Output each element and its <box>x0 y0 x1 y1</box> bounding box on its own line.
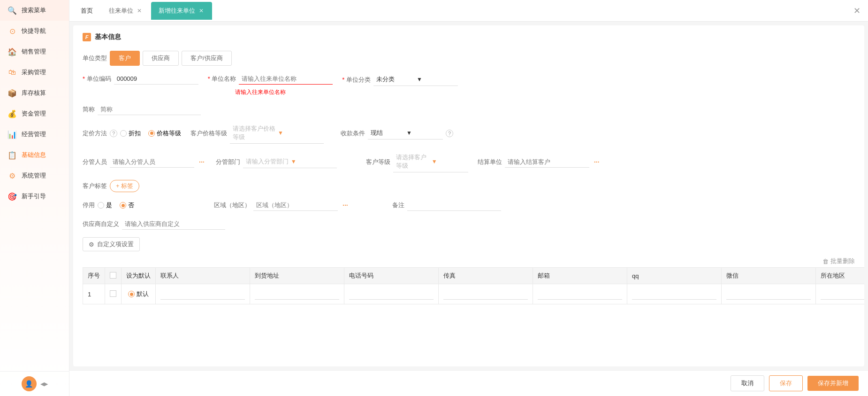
tab-partners-close[interactable]: ✕ <box>136 7 143 15</box>
cell-address[interactable] <box>250 284 344 304</box>
cell-contact[interactable] <box>156 284 250 304</box>
pricing-discount-label: 折扣 <box>129 129 141 138</box>
cell-phone[interactable] <box>344 284 439 304</box>
sidebar-expand: ◀▶ <box>40 381 48 387</box>
form-row-pricing: 定价方法 ? 折扣 价格等级 客户价格等级 请选择客户价格等级 <box>83 123 855 144</box>
cell-wechat[interactable] <box>722 284 816 304</box>
field-supplier-custom: 供应商自定义 <box>83 218 225 230</box>
window-close-button[interactable]: ✕ <box>850 4 864 18</box>
batch-delete-button[interactable]: 🗑 批量删除 <box>822 257 855 265</box>
manager-label: 分管人员 <box>83 158 107 166</box>
sidebar-item-label: 资金管理 <box>22 109 46 118</box>
tab-new-partner[interactable]: 新增往来单位 ✕ <box>151 2 212 20</box>
select-all-checkbox[interactable] <box>110 272 116 279</box>
customer-level-select[interactable]: 请选择客户等级 ▼ <box>393 151 468 172</box>
remark-input[interactable] <box>407 200 501 211</box>
sidebar-item-operations[interactable]: 📊 经营管理 <box>0 124 69 145</box>
add-tag-button[interactable]: + 标签 <box>110 180 139 192</box>
sidebar-item-finance[interactable]: 💰 资金管理 <box>0 103 69 124</box>
wechat-input[interactable] <box>726 288 811 300</box>
inventory-icon: 📦 <box>8 88 17 98</box>
region-ellipsis[interactable]: ··· <box>341 201 350 210</box>
contacts-table: 序号 设为默认 联系人 到货地址 电话号码 传真 邮箱 qq 微信 所在地区 操… <box>83 267 864 304</box>
phone-input[interactable] <box>349 288 434 300</box>
cell-fax[interactable] <box>439 284 533 304</box>
manager-input[interactable] <box>110 156 194 168</box>
save-button[interactable]: 保存 <box>769 375 803 391</box>
short-name-label: 简称 <box>83 105 95 114</box>
custom-settings-button[interactable]: ⚙ 自定义项设置 <box>83 237 140 251</box>
customer-price-level-select[interactable]: 请选择客户价格等级 ▼ <box>230 123 324 144</box>
sidebar-item-purchase[interactable]: 🛍 采购管理 <box>0 62 69 83</box>
col-fax: 传真 <box>439 268 533 284</box>
payment-terms-select[interactable]: 现结 ▼ <box>368 127 443 140</box>
sidebar-item-guide[interactable]: 🎯 新手引导 <box>0 186 69 207</box>
unit-category-select[interactable]: 未分类 ▼ <box>373 73 458 86</box>
col-seq: 序号 <box>83 268 105 284</box>
settlement-unit-input[interactable] <box>505 156 589 168</box>
disabled-yes[interactable]: 是 <box>98 201 112 210</box>
cell-checkbox <box>105 284 122 304</box>
user-avatar[interactable]: 👤 <box>22 376 37 391</box>
tab-new-partner-close[interactable]: ✕ <box>198 7 205 15</box>
tab-home[interactable]: 首页 <box>73 2 100 20</box>
supplier-custom-input[interactable] <box>122 218 225 230</box>
department-select[interactable]: 请输入分管部门 ▼ <box>243 155 337 168</box>
short-name-input[interactable] <box>98 104 201 115</box>
basic-icon: 📋 <box>8 150 17 160</box>
sidebar-item-search[interactable]: 🔍 搜索菜单 <box>0 0 69 21</box>
row-checkbox[interactable] <box>110 290 116 297</box>
sidebar-item-basic[interactable]: 📋 基础信息 <box>0 145 69 165</box>
batch-actions: 🗑 批量删除 <box>83 257 855 265</box>
unit-category-value: 未分类 <box>376 75 415 84</box>
payment-terms-help-icon[interactable]: ? <box>446 130 453 137</box>
col-area: 所在地区 <box>816 268 865 284</box>
pricing-radio-group: 折扣 价格等级 <box>120 129 181 138</box>
row-default-radio[interactable]: 默认 <box>126 290 151 298</box>
cell-area[interactable] <box>816 284 865 304</box>
contact-input[interactable] <box>160 288 245 300</box>
unit-name-input[interactable] <box>239 73 333 85</box>
unit-category-chevron: ▼ <box>417 76 455 83</box>
cancel-button[interactable]: 取消 <box>731 375 764 391</box>
pricing-discount[interactable]: 折扣 <box>120 129 141 138</box>
customer-price-level-chevron: ▼ <box>278 130 321 136</box>
fax-input[interactable] <box>443 288 528 300</box>
disabled-no[interactable]: 否 <box>120 201 134 210</box>
qq-input[interactable] <box>632 288 716 300</box>
unit-code-input[interactable] <box>114 73 198 85</box>
customer-level-value: 请选择客户等级 <box>396 153 430 170</box>
sidebar-item-sales[interactable]: 🏠 销售管理 <box>0 41 69 62</box>
pricing-help-icon[interactable]: ? <box>110 130 117 137</box>
region-input[interactable] <box>253 200 338 211</box>
email-input[interactable] <box>538 288 622 300</box>
unit-type-supplier[interactable]: 供应商 <box>143 51 179 66</box>
sidebar-item-quick-nav[interactable]: ⊙ 快捷导航 <box>0 21 69 41</box>
sidebar-item-label: 快捷导航 <box>22 27 46 35</box>
unit-name-error: 请输入往来单位名称 <box>235 88 286 96</box>
cell-seq: 1 <box>83 284 105 304</box>
cell-qq[interactable] <box>627 284 722 304</box>
form-row-mgmt: 分管人员 ··· 分管部门 请输入分管部门 ▼ 客户等级 请选择客户等级 ▼ <box>83 151 855 172</box>
save-new-button[interactable]: 保存并新增 <box>807 376 859 391</box>
cell-email[interactable] <box>533 284 627 304</box>
disabled-no-label: 否 <box>128 201 134 210</box>
pricing-price-level-radio <box>148 130 155 137</box>
form-row-code-name-cat: 单位编码 单位名称 请输入往来单位名称 单位分类 未分类 ▼ <box>83 73 855 96</box>
tab-partners[interactable]: 往来单位 ✕ <box>101 2 150 20</box>
sidebar-item-system[interactable]: ⚙ 系统管理 <box>0 165 69 186</box>
customer-price-level-value: 请选择客户价格等级 <box>233 124 276 141</box>
settlement-unit-ellipsis[interactable]: ··· <box>592 157 602 167</box>
col-email: 邮箱 <box>533 268 627 284</box>
unit-type-both[interactable]: 客户/供应商 <box>182 51 232 66</box>
sales-icon: 🏠 <box>8 47 17 56</box>
address-input[interactable] <box>255 288 339 300</box>
table-row: 1 默认 <box>83 284 865 304</box>
pricing-price-level[interactable]: 价格等级 <box>148 129 181 138</box>
unit-code-label: 单位编码 <box>83 75 111 83</box>
sidebar-item-inventory[interactable]: 📦 库存核算 <box>0 83 69 103</box>
unit-type-customer[interactable]: 客户 <box>110 51 140 66</box>
area-input[interactable] <box>821 288 864 300</box>
sidebar-bottom: 👤 ◀▶ <box>0 371 69 396</box>
manager-ellipsis[interactable]: ··· <box>197 157 206 167</box>
